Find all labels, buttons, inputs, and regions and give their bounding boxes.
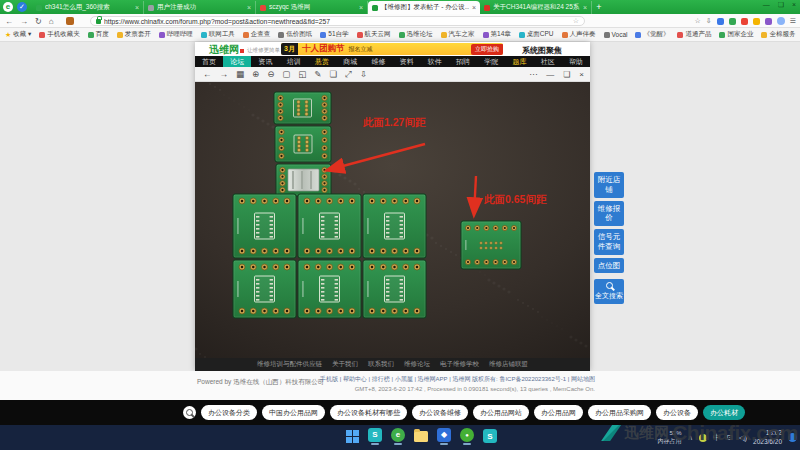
windows-start-icon[interactable] [344, 427, 360, 445]
extension-icon[interactable] [741, 18, 748, 25]
copy-icon[interactable]: ❏ [329, 69, 337, 79]
viewer-forward-icon[interactable]: → [220, 69, 229, 79]
ime-indicator[interactable]: 中 [713, 433, 721, 443]
nav-item[interactable]: 首页 [195, 56, 223, 67]
site-logo-text[interactable]: 迅维网 [209, 43, 244, 57]
footer-link[interactable]: 维修店铺联盟 [489, 360, 528, 369]
notification-badge[interactable] [788, 433, 797, 442]
side-button[interactable]: 维修报价 [594, 201, 624, 227]
reload-icon[interactable]: ↻ [35, 17, 42, 26]
bookmark-item[interactable]: 百度 [88, 30, 109, 39]
tab-close-icon[interactable]: × [583, 4, 587, 11]
pdf-tool-2-icon[interactable]: S [482, 427, 498, 445]
volume-icon[interactable]: ◁) [739, 433, 747, 442]
edit-icon[interactable]: ✎ [314, 69, 321, 79]
file-explorer-icon[interactable] [413, 427, 429, 445]
url-text[interactable]: https://www.chinafix.com/forum.php?mod=p… [104, 18, 570, 25]
clock[interactable]: 18:022023/6/20 [753, 429, 782, 446]
browser-logo-icon[interactable]: e [3, 2, 13, 12]
photos-app-icon[interactable]: ◆ [436, 427, 452, 445]
suggest-pill[interactable]: 办公用品采购网 [588, 405, 651, 420]
bookmark-item[interactable]: 航天云网 [357, 30, 391, 39]
side-button[interactable]: 附近店铺 [594, 172, 624, 198]
shield-icon[interactable]: ✓ [17, 2, 27, 12]
site-logo[interactable]: 迅维网 让维修更简单 [209, 43, 280, 57]
nav-item[interactable]: 资讯 [251, 56, 279, 67]
nav-item[interactable]: 帮助 [562, 56, 590, 67]
extension-icon[interactable] [729, 18, 736, 25]
wechat-icon[interactable]: ● [459, 427, 475, 445]
download-icon[interactable]: ⇩ [706, 17, 712, 25]
suggest-pill[interactable]: 办公耗材 [703, 405, 745, 420]
pdf-tool-icon[interactable]: S [367, 427, 383, 445]
suggest-pill[interactable]: 办公用品网站 [473, 405, 529, 420]
nav-item[interactable]: 学院 [477, 56, 505, 67]
footer-link[interactable]: 电子维修学校 [440, 360, 479, 369]
suggest-pill[interactable]: 办公用品网 [534, 405, 583, 420]
tray-app-icon[interactable] [699, 434, 707, 442]
menu-icon[interactable]: ☰ [790, 17, 796, 25]
nav-item[interactable]: 商城 [336, 56, 364, 67]
tab-close-icon[interactable]: × [247, 4, 251, 11]
bookmark-item[interactable]: 国家企业 [719, 30, 753, 39]
thumbnail-grid-icon[interactable]: ▦ [236, 69, 244, 79]
nav-item[interactable]: 维修 [364, 56, 392, 67]
bookmark-item[interactable]: Vocal [604, 31, 628, 38]
footer-link[interactable]: 维修论坛 [404, 360, 430, 369]
bookmark-item[interactable]: 桌面CPU [519, 30, 554, 39]
star-icon[interactable]: ☆ [695, 17, 701, 25]
save-icon[interactable]: ⇩ [360, 69, 367, 79]
bookmark-item[interactable]: 第14章 [483, 30, 511, 39]
search-icon[interactable] [183, 406, 196, 419]
minimize-icon[interactable]: — [763, 1, 770, 9]
back-icon[interactable]: ← [5, 17, 13, 26]
suggest-pill[interactable]: 办公设备分类 [201, 405, 257, 420]
zoom-in-icon[interactable]: ⊕ [252, 69, 259, 79]
extension-icon[interactable] [717, 18, 724, 25]
tab-close-icon[interactable]: × [359, 4, 363, 11]
bookmark-item[interactable]: 发票套开 [117, 30, 151, 39]
nav-item[interactable]: 题库 [505, 56, 533, 67]
bookmark-item[interactable]: 《觉醒》 [635, 30, 669, 39]
nav-item[interactable]: 软件 [421, 56, 449, 67]
fullscreen-icon[interactable]: ⤢ [345, 69, 352, 80]
hidden-icons-chevron[interactable]: ∧ [688, 433, 694, 442]
forward-icon[interactable]: → [20, 17, 28, 26]
viewer-minimize-icon[interactable]: — [546, 70, 554, 79]
suggest-pill[interactable]: 办公设备耗材有哪些 [330, 405, 407, 420]
browser-tab[interactable]: ch341怎么用_360搜索× [32, 1, 144, 14]
tab-close-icon[interactable]: × [472, 4, 476, 11]
browser-tab[interactable]: 关于CH341A编程器和24 25系…× [480, 1, 592, 14]
nav-item[interactable]: 社区 [534, 56, 562, 67]
suggest-pill[interactable]: 中国办公用品网 [262, 405, 325, 420]
360-browser-icon[interactable]: e [390, 427, 406, 445]
home-icon[interactable]: ⌂ [49, 17, 54, 26]
zoom-out-icon[interactable]: ⊖ [267, 69, 274, 79]
bookmark-star-icon[interactable]: ☆ [573, 17, 579, 25]
bookmark-item[interactable]: 人声伴奏 [562, 30, 596, 39]
viewer-maximize-icon[interactable]: ❏ [563, 70, 570, 79]
footer-link[interactable]: 维修培训与配件供应链 [257, 360, 322, 369]
bookmark-item[interactable]: 51自学 [320, 30, 348, 39]
bookmark-item[interactable]: 低价图纸 [278, 30, 312, 39]
footer-link[interactable]: 联系我们 [368, 360, 394, 369]
fulltext-search-button[interactable]: 全文搜索 [594, 279, 624, 304]
nav-item[interactable]: 培训 [280, 56, 308, 67]
bookmark-item[interactable]: 道通产品 [677, 30, 711, 39]
extension-icon[interactable] [753, 18, 760, 25]
browser-tab[interactable]: sczyqc 迅维网× [256, 1, 368, 14]
suggest-pill[interactable]: 办公设备 [656, 405, 698, 420]
bookmark-item[interactable]: 联网工具 [201, 30, 235, 39]
nav-item[interactable]: 悬赏 [308, 56, 336, 67]
close-icon[interactable]: × [792, 1, 796, 9]
extension-icon[interactable] [765, 18, 772, 25]
nav-item[interactable]: 资料 [393, 56, 421, 67]
url-bar[interactable]: https://www.chinafix.com/forum.php?mod=p… [90, 16, 585, 26]
nav-item[interactable]: 招聘 [449, 56, 477, 67]
new-tab-button[interactable]: + [592, 1, 606, 14]
banner-button[interactable]: 立即抢购 [471, 44, 503, 55]
crop-icon[interactable]: ◱ [298, 69, 306, 79]
suggest-pill[interactable]: 办公设备维修 [412, 405, 468, 420]
bookmark-item[interactable]: ★收藏 ▾ [5, 30, 31, 39]
side-button[interactable]: 信号元件查询 [594, 229, 624, 255]
